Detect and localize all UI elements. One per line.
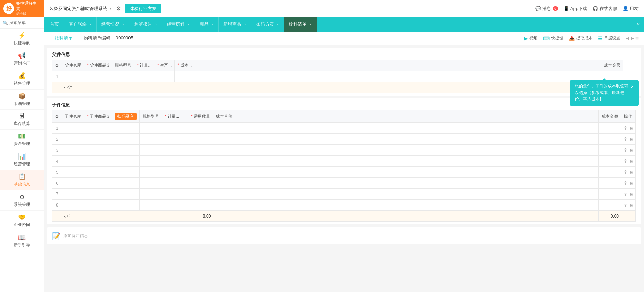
online-service-button[interactable]: 🎧 在线客服 — [593, 5, 617, 12]
parent-cell-produce[interactable] — [154, 71, 175, 82]
tab-customer[interactable]: 客户联络 × — [64, 17, 97, 32]
child-cell-spec-2[interactable] — [140, 134, 162, 145]
child-row-6: 6 🗑⊕ — [52, 178, 636, 189]
tab-close-bom[interactable]: × — [309, 22, 311, 26]
tab-profit[interactable]: 利润报告 × — [129, 17, 162, 32]
message-button[interactable]: 💬 消息 6 — [535, 5, 558, 12]
grid-view-icon[interactable]: ≡ — [635, 35, 639, 42]
child-action-5[interactable]: 🗑⊕ — [623, 170, 633, 175]
sidebar-search[interactable]: 🔍 搜索菜单 — [0, 17, 44, 29]
sidebar-item-basic-info[interactable]: 📋 基础信息 — [0, 170, 44, 190]
sidebar-item-sales[interactable]: 💰 销售管理 — [0, 69, 44, 90]
delete-icon[interactable]: 🗑 — [623, 202, 628, 208]
copy-icon[interactable]: ⊕ — [629, 180, 633, 186]
app-download-button[interactable]: 📱 App下载 — [564, 5, 587, 12]
child-action-6[interactable]: 🗑⊕ — [623, 180, 633, 186]
tab-operations[interactable]: 经营情况 × — [97, 17, 129, 32]
tab-close-barcode[interactable]: × — [277, 22, 279, 26]
extract-cost-button[interactable]: 📥 提取成本 — [569, 35, 593, 41]
delete-icon[interactable]: 🗑 — [623, 137, 628, 142]
child-cell-unit-cost-2[interactable] — [213, 134, 235, 145]
child-cell-warehouse-1[interactable] — [62, 123, 84, 134]
copy-icon[interactable]: ⊕ — [629, 126, 633, 131]
child-cell-warehouse-2[interactable] — [62, 134, 84, 145]
child-action-7[interactable]: 🗑⊕ — [623, 191, 633, 197]
child-cell-spec-1[interactable] — [140, 123, 162, 134]
sidebar-item-finance[interactable]: 💵 资金管理 — [0, 130, 44, 150]
single-settings-button[interactable]: ☰ 单据设置 — [598, 35, 620, 41]
delete-icon[interactable]: 🗑 — [623, 170, 628, 175]
child-cell-qty-2[interactable] — [188, 134, 213, 145]
child-action-2[interactable]: 🗑⊕ — [623, 137, 633, 142]
child-cell-unit-2[interactable] — [162, 134, 182, 145]
view-video-button[interactable]: ▶ 视频 — [524, 35, 537, 41]
copy-icon[interactable]: ⊕ — [629, 202, 633, 208]
tab-history[interactable]: 经营历程 × — [162, 17, 195, 32]
child-col-amount: 成本金额 — [599, 110, 621, 123]
sub-tab-code[interactable]: 物料清单编码 0000005 — [78, 32, 139, 45]
tab-close-customer[interactable]: × — [89, 22, 91, 26]
tab-close-product[interactable]: × — [211, 22, 213, 26]
sidebar-item-system[interactable]: ⚙ 系统管理 — [0, 190, 44, 211]
sidebar-item-operations[interactable]: 📊 经营管理 — [0, 150, 44, 170]
child-col-scan[interactable]: 扫码录入 — [112, 110, 140, 123]
sidebar-item-inventory[interactable]: 🗄 库存核算 — [0, 110, 44, 130]
parent-col-gear[interactable]: ⚙ — [52, 60, 62, 71]
sub-tab-bom[interactable]: 物料清单 — [49, 32, 78, 45]
delete-icon[interactable]: 🗑 — [623, 191, 628, 197]
child-col-gear[interactable]: ⚙ — [52, 110, 62, 123]
parent-cell-unit[interactable] — [134, 71, 154, 82]
tab-barcode[interactable]: 条码方案 × — [251, 17, 284, 32]
copy-icon[interactable]: ⊕ — [629, 148, 633, 153]
child-cell-product-1[interactable] — [84, 123, 112, 134]
parent-cell-warehouse[interactable] — [62, 71, 84, 82]
sidebar-item-marketing[interactable]: 📢 营销推广 — [0, 49, 44, 69]
sidebar-item-quick-nav[interactable]: ⚡ 快捷导航 — [0, 29, 44, 49]
tooltip-close-button[interactable]: × — [631, 83, 634, 91]
child-action-8[interactable]: 🗑⊕ — [623, 202, 633, 208]
app-name: 畅捷通好生意 — [16, 1, 40, 12]
trial-button[interactable]: 体验行业方案 — [125, 4, 161, 13]
user-icon: 👤 — [623, 6, 628, 11]
sidebar-item-enterprise[interactable]: 🤝 企业协同 — [0, 211, 44, 231]
tab-home[interactable]: 首页 — [45, 17, 64, 32]
child-action-1[interactable]: 🗑⊕ — [623, 126, 633, 131]
tab-close-operations[interactable]: × — [122, 22, 124, 26]
child-action-4[interactable]: 🗑⊕ — [623, 159, 633, 164]
settings-icon[interactable]: ⚙ — [116, 5, 121, 12]
child-cell-qty-1[interactable] — [188, 123, 213, 134]
delete-icon[interactable]: 🗑 — [623, 180, 628, 186]
tab-bom[interactable]: 物料清单 × — [284, 17, 317, 32]
sidebar-item-guide[interactable]: 📖 新手引导 — [0, 231, 44, 251]
child-cell-unit-cost-1[interactable] — [213, 123, 235, 134]
tab-close-history[interactable]: × — [187, 22, 189, 26]
delete-icon[interactable]: 🗑 — [623, 148, 628, 153]
copy-icon[interactable]: ⊕ — [629, 137, 633, 142]
copy-icon[interactable]: ⊕ — [629, 170, 633, 175]
child-cell-unit-1[interactable] — [162, 123, 182, 134]
user-button[interactable]: 👤 用友 — [623, 5, 639, 12]
tab-product[interactable]: 商品 × — [195, 17, 219, 32]
parent-cell-spec[interactable] — [112, 71, 134, 82]
child-cell-product-2[interactable] — [84, 134, 112, 145]
parent-cell-cost[interactable] — [175, 71, 195, 82]
scan-input-button[interactable]: 扫码录入 — [115, 113, 137, 120]
dropdown-arrow-icon: ▼ — [109, 7, 112, 10]
tab-close-new-product[interactable]: × — [244, 22, 246, 26]
copy-icon[interactable]: ⊕ — [629, 159, 633, 164]
sidebar-item-purchase[interactable]: 📦 采购管理 — [0, 90, 44, 110]
shortcut-button[interactable]: ⌨ 快捷键 — [543, 35, 564, 41]
child-row-5: 5 🗑⊕ — [52, 167, 636, 178]
delete-icon[interactable]: 🗑 — [623, 159, 628, 164]
system-title-dropdown[interactable]: 装备及固定资产辅助管理系统 ▼ — [49, 5, 112, 12]
copy-icon[interactable]: ⊕ — [629, 191, 633, 197]
note-placeholder[interactable]: 添加备注信息 — [63, 233, 88, 239]
prev-page-icon[interactable]: ◀ — [626, 36, 629, 41]
next-page-icon[interactable]: ▶ — [631, 36, 634, 41]
child-action-3[interactable]: 🗑⊕ — [623, 148, 633, 153]
parent-cell-product[interactable] — [84, 71, 112, 82]
delete-icon[interactable]: 🗑 — [623, 126, 628, 131]
tab-close-profit[interactable]: × — [155, 22, 157, 26]
close-page-button[interactable]: × — [634, 21, 643, 27]
tab-new-product[interactable]: 新增商品 × — [219, 17, 251, 32]
